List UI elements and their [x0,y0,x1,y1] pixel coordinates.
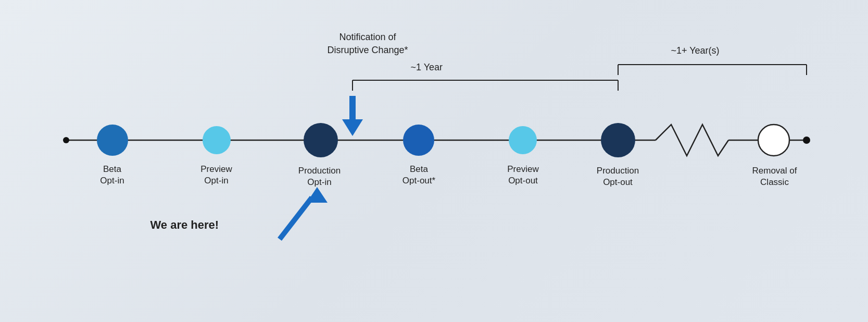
label-production-optin: ProductionOpt-in [296,165,343,188]
svg-marker-7 [307,187,328,203]
label-beta-optin: BetaOpt-in [94,164,131,187]
svg-line-6 [280,197,312,239]
timeline-diagram: Notification of Disruptive Change* ~1 Ye… [31,15,838,307]
svg-point-15 [203,126,231,154]
svg-point-3 [803,137,810,144]
svg-point-14 [97,125,128,156]
notification-text: Notification of Disruptive Change* [328,31,408,57]
label-beta-optout: BetaOpt-out* [399,164,439,187]
svg-point-20 [758,125,789,156]
we-are-here-text: We are here! [150,218,219,232]
duration2-label: ~1+ Year(s) [671,45,720,56]
notification-line2: Disruptive Change* [328,45,408,55]
we-are-here-section: We are here! [150,218,219,232]
svg-point-18 [509,126,537,154]
svg-point-19 [601,123,635,157]
svg-point-17 [403,125,434,156]
label-preview-optin: PreviewOpt-in [197,164,236,187]
duration1-label: ~1 Year [411,62,443,73]
svg-point-16 [304,123,338,157]
label-production-optout: ProductionOpt-out [594,165,642,188]
svg-point-2 [63,137,69,143]
label-preview-optout: PreviewOpt-out [504,164,543,187]
svg-marker-5 [342,119,363,136]
label-removal-classic: Removal ofClassic [752,165,798,188]
notification-section: Notification of Disruptive Change* [328,31,408,61]
notification-line1: Notification of [339,32,396,42]
